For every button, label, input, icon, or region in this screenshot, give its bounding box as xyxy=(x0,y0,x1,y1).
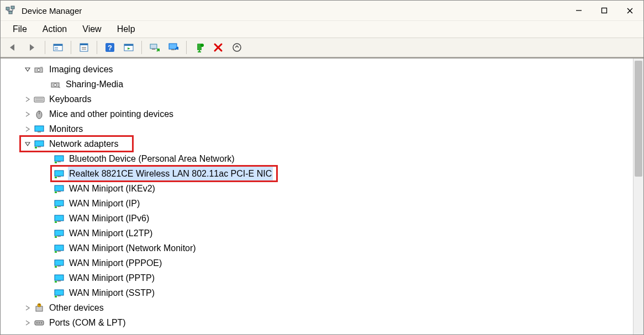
svg-rect-34 xyxy=(34,97,44,102)
svg-rect-72 xyxy=(57,295,61,296)
svg-point-28 xyxy=(233,44,241,51)
menu-view[interactable]: View xyxy=(75,22,109,36)
maximize-button[interactable] xyxy=(592,2,617,19)
tree-node-label: WAN Miniport (Network Monitor) xyxy=(68,241,197,256)
disable-device-button[interactable] xyxy=(165,39,182,56)
chevron-right-icon[interactable] xyxy=(23,109,33,119)
chevron-right-icon[interactable] xyxy=(23,94,33,104)
tree-node-other-devices[interactable]: ? Other devices xyxy=(1,300,643,315)
action-panel-button[interactable] xyxy=(120,39,137,56)
tree-leaf-wan-miniport[interactable]: WAN Miniport (IKEv2) xyxy=(1,181,643,196)
show-hide-console-tree-button[interactable] xyxy=(50,39,66,56)
toolbar-separator xyxy=(45,41,45,54)
svg-rect-68 xyxy=(55,275,64,280)
svg-rect-2 xyxy=(9,11,12,14)
tree-leaf-wan-miniport[interactable]: WAN Miniport (PPTP) xyxy=(1,270,643,285)
tree-leaf-wan-miniport[interactable]: WAN Miniport (SSTP) xyxy=(1,285,643,300)
imaging-device-icon xyxy=(34,64,45,75)
help-button[interactable]: ? xyxy=(102,39,118,56)
network-adapter-icon xyxy=(54,153,65,164)
svg-rect-8 xyxy=(54,44,62,46)
svg-rect-50 xyxy=(55,185,64,191)
network-adapter-icon xyxy=(54,288,65,299)
svg-point-79 xyxy=(39,322,40,323)
tree-node-label: Mice and other pointing devices xyxy=(48,107,175,121)
menu-action[interactable]: Action xyxy=(35,22,75,36)
chevron-right-icon[interactable] xyxy=(23,124,33,134)
tree-node-label: Keyboards xyxy=(48,92,93,107)
tree-node-label: WAN Miniport (IKEv2) xyxy=(68,181,156,196)
tree-leaf-realtek-wireless[interactable]: Realtek 8821CE Wireless LAN 802.11ac PCI… xyxy=(1,166,643,181)
minimize-button[interactable] xyxy=(566,2,592,19)
scan-hardware-button[interactable] xyxy=(229,39,245,56)
imaging-device-icon xyxy=(50,79,61,90)
tree-node-imaging-devices[interactable]: Imaging devices xyxy=(1,62,643,77)
forward-button[interactable] xyxy=(24,39,40,56)
tree-node-monitors[interactable]: Monitors xyxy=(1,121,643,136)
svg-rect-12 xyxy=(80,44,88,45)
tree-leaf-wan-miniport[interactable]: WAN Miniport (IPv6) xyxy=(1,211,643,226)
tree-leaf-wan-miniport[interactable]: WAN Miniport (L2TP) xyxy=(1,226,643,241)
device-tree[interactable]: Imaging devices Sharing-Media Keyboards … xyxy=(1,59,643,330)
svg-point-80 xyxy=(41,322,42,323)
svg-rect-73 xyxy=(55,296,57,297)
network-adapter-icon xyxy=(54,183,65,194)
svg-rect-59 xyxy=(55,230,64,236)
close-button[interactable] xyxy=(617,2,642,19)
svg-rect-41 xyxy=(35,141,44,146)
svg-point-33 xyxy=(54,83,57,86)
svg-rect-22 xyxy=(169,44,177,49)
svg-rect-49 xyxy=(55,177,57,178)
tree-node-label: Ports (COM & LPT) xyxy=(48,315,127,330)
vertical-scrollbar[interactable] xyxy=(633,59,643,334)
tree-node-network-adapters[interactable]: Network adapters xyxy=(1,136,643,151)
other-device-icon: ? xyxy=(34,302,45,313)
svg-rect-56 xyxy=(55,215,64,221)
tree-leaf-bluetooth-device[interactable]: Bluetooth Device (Personal Area Network) xyxy=(1,151,643,166)
svg-rect-64 xyxy=(55,251,57,253)
tree-node-label: WAN Miniport (IP) xyxy=(68,196,141,211)
menu-help[interactable]: Help xyxy=(109,22,143,36)
svg-rect-69 xyxy=(57,280,61,281)
tree-node-mice[interactable]: Mice and other pointing devices xyxy=(1,107,643,121)
tree-leaf-wan-miniport[interactable]: WAN Miniport (PPPOE) xyxy=(1,256,643,270)
svg-rect-60 xyxy=(57,236,61,237)
toolbar-separator xyxy=(97,41,97,54)
chevron-right-icon[interactable] xyxy=(23,318,33,328)
tree-node-label: Other devices xyxy=(48,300,105,315)
chevron-down-icon[interactable] xyxy=(23,139,33,149)
svg-rect-21 xyxy=(152,49,155,50)
toolbar-separator xyxy=(186,41,187,54)
svg-rect-4 xyxy=(602,8,607,13)
chevron-right-icon[interactable] xyxy=(23,303,33,313)
toolbar-separator xyxy=(71,41,71,54)
svg-rect-71 xyxy=(55,290,64,295)
update-driver-button[interactable] xyxy=(146,39,163,56)
network-adapter-icon xyxy=(54,168,65,179)
tree-leaf-sharing-media[interactable]: Sharing-Media xyxy=(1,77,643,92)
menubar: File Action View Help xyxy=(1,20,643,38)
svg-rect-44 xyxy=(55,156,64,161)
menu-file[interactable]: File xyxy=(5,22,35,36)
svg-rect-67 xyxy=(55,266,57,268)
tree-node-ports[interactable]: Ports (COM & LPT) xyxy=(1,315,643,330)
tree-node-keyboards[interactable]: Keyboards xyxy=(1,92,643,107)
uninstall-device-button[interactable] xyxy=(210,39,226,56)
svg-rect-0 xyxy=(6,7,9,10)
keyboard-icon xyxy=(34,94,45,105)
tree-node-label: Realtek 8821CE Wireless LAN 802.11ac PCI… xyxy=(68,166,273,181)
scrollbar-thumb[interactable] xyxy=(635,61,642,177)
back-button[interactable] xyxy=(5,39,22,56)
chevron-down-icon[interactable] xyxy=(23,65,33,75)
titlebar: Device Manager xyxy=(1,1,643,20)
svg-rect-23 xyxy=(171,49,175,50)
tree-node-label: Bluetooth Device (Personal Area Network) xyxy=(68,151,236,166)
tree-leaf-wan-miniport[interactable]: WAN Miniport (Network Monitor) xyxy=(1,241,643,256)
properties-button[interactable] xyxy=(76,39,92,56)
svg-rect-52 xyxy=(55,192,57,193)
tree-node-label: WAN Miniport (PPTP) xyxy=(68,270,156,285)
enable-device-button[interactable] xyxy=(191,39,208,56)
mouse-icon xyxy=(34,109,45,120)
tree-leaf-wan-miniport[interactable]: WAN Miniport (IP) xyxy=(1,196,643,211)
svg-point-78 xyxy=(36,322,38,323)
